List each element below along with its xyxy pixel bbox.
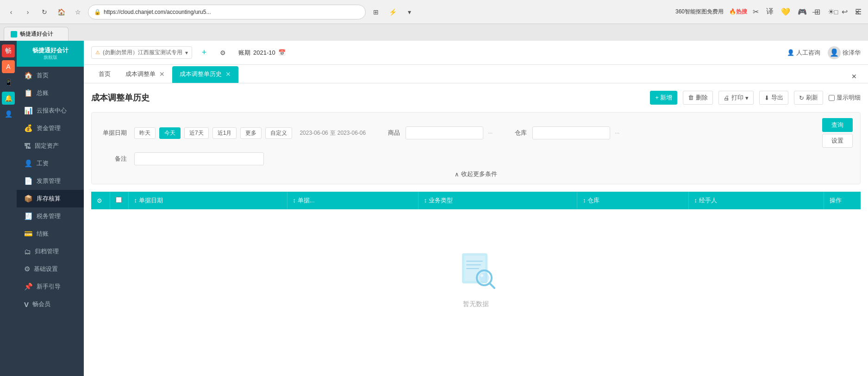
- flash-button[interactable]: ⚡: [386, 6, 399, 19]
- th-warehouse[interactable]: ↕ 仓库: [577, 192, 688, 209]
- date-filter: 昨天 今天 近7天 近1月 更多 自定义 2023-06-06 至 2023-0…: [134, 127, 366, 139]
- sidebar-item-fixed-assets[interactable]: 🏗 固定资产: [17, 137, 84, 155]
- th-checkbox[interactable]: [110, 192, 128, 209]
- filter-settings-btn[interactable]: 设置: [822, 134, 853, 148]
- refresh-button[interactable]: ↻: [38, 6, 51, 19]
- display-cols-checkbox[interactable]: [829, 95, 835, 101]
- browser-chrome: ‹ › ↻ 🏠 ☆ 🔒 https://cloud.chanjet.com/ac…: [0, 0, 868, 24]
- page-tab-home[interactable]: 首页: [91, 66, 118, 83]
- address-bar[interactable]: 🔒 https://cloud.chanjet.com/accounting/u…: [88, 5, 366, 19]
- grid-button[interactable]: ⊞: [369, 6, 382, 19]
- company-selector[interactable]: ⚠ (勿删勿禁用）江西服宝测试专用 ▾: [91, 46, 192, 59]
- th-number[interactable]: ↕ 单据...: [287, 192, 418, 209]
- refresh-btn[interactable]: ↻ 刷新: [794, 91, 823, 105]
- app-container: 畅 A 📱 🔔 👤 畅捷通好会计 旗舰版 🏠 首页 📋 总账 📊 云报表中心: [0, 41, 868, 376]
- sidebar-item-tax[interactable]: 🧾 税务管理: [17, 207, 84, 225]
- dropdown-button[interactable]: ▾: [403, 6, 416, 19]
- main-content: ⚠ (勿删勿禁用）江西服宝测试专用 ▾ + ⚙ 账期 2021-10 📅 👤 人…: [84, 41, 868, 376]
- page-tab-history-label: 成本调整单历史: [180, 70, 222, 78]
- sidebar-item-funds[interactable]: 💰 资金管理: [17, 119, 84, 137]
- sidebar-item-invoices[interactable]: 📄 发票管理: [17, 172, 84, 190]
- note-input[interactable]: [134, 152, 264, 165]
- delete-btn[interactable]: 🗑 删除: [683, 91, 713, 105]
- sidebar-item-settle[interactable]: 💳 结账: [17, 225, 84, 243]
- sidebar-item-guide[interactable]: 📌 新手引导: [17, 278, 84, 295]
- sidebar-item-general-ledger[interactable]: 📋 总账: [17, 84, 84, 102]
- export-btn[interactable]: ⬇ 导出: [759, 91, 788, 105]
- settings-cog-btn[interactable]: ⚙: [216, 46, 229, 59]
- filter-warehouse: 仓库 ···: [515, 126, 619, 139]
- sidebar-item-reports[interactable]: 📊 云报表中心: [17, 102, 84, 119]
- sidebar-item-inventory[interactable]: 📦 库存核算: [17, 190, 84, 207]
- minimize-btn[interactable]: ─: [804, 0, 825, 24]
- back-button[interactable]: ‹: [5, 6, 18, 19]
- tax-icon: 🧾: [24, 212, 33, 220]
- th-handler[interactable]: ↕ 经手人: [688, 192, 824, 209]
- user-info[interactable]: 👤 徐泽华: [828, 46, 861, 59]
- date-btn-today[interactable]: 今天: [159, 127, 181, 139]
- svg-point-6: [479, 273, 489, 283]
- strip-icon-1[interactable]: 📱: [2, 76, 15, 89]
- page-tab-cost-adjust[interactable]: 成本调整单 ✕: [118, 66, 172, 83]
- warehouse-input[interactable]: [532, 126, 610, 139]
- chevron-up-icon: ∧: [455, 171, 459, 178]
- th-date[interactable]: ↕ 单据日期: [128, 192, 287, 209]
- print-btn[interactable]: 🖨 打印 ▾: [718, 91, 754, 105]
- search-text: 360智能抠图免费用: [675, 8, 724, 16]
- tab-label-1: 畅捷通好会计: [20, 30, 53, 38]
- sidebar-item-home[interactable]: 🏠 首页: [17, 67, 84, 84]
- th-biz-type[interactable]: ↕ 业务类型: [418, 192, 577, 209]
- product-input[interactable]: [406, 126, 483, 139]
- url-text: https://cloud.chanjet.com/accounting/uru…: [104, 9, 211, 15]
- new-btn[interactable]: + 新增: [650, 91, 677, 105]
- refresh-label: 刷新: [806, 94, 818, 102]
- strip-icon-logo[interactable]: 畅: [2, 44, 15, 57]
- page-tab-history-close[interactable]: ✕: [225, 70, 231, 78]
- display-cols-label[interactable]: 显示明细: [829, 94, 861, 102]
- date-range: 2023-06-06 至 2023-06-06: [300, 129, 366, 137]
- settle-icon: 💳: [24, 230, 33, 238]
- date-btn-1month[interactable]: 近1月: [212, 127, 237, 139]
- th-settings[interactable]: ⚙: [91, 192, 110, 209]
- bookmark-button[interactable]: ☆: [71, 6, 84, 19]
- collapse-btn[interactable]: ∧ 收起更多条件: [455, 170, 497, 178]
- th-date-label: ↕ 单据日期: [134, 197, 163, 204]
- service-button[interactable]: 👤 人工咨询: [787, 49, 820, 57]
- scissors-btn[interactable]: ✂: [751, 6, 761, 18]
- page-tab-cost-adjust-close[interactable]: ✕: [159, 70, 165, 78]
- calendar-icon[interactable]: 📅: [278, 49, 286, 56]
- strip-icon-3[interactable]: 👤: [2, 107, 15, 120]
- forward-button[interactable]: ›: [21, 6, 34, 19]
- sidebar-item-payroll[interactable]: 👤 工资: [17, 155, 84, 172]
- nav-label-gl: 总账: [37, 89, 49, 97]
- export-label: 导出: [771, 94, 783, 102]
- search-bar: 360智能抠图免费用 🔥热搜: [675, 8, 747, 16]
- strip-icon-2[interactable]: 🔔: [2, 92, 15, 105]
- strip-icon-app[interactable]: A: [2, 60, 15, 73]
- wallet-btn[interactable]: 💛: [779, 6, 792, 18]
- home-button[interactable]: 🏠: [55, 6, 68, 19]
- empty-state: 暂无数据: [91, 209, 861, 345]
- sidebar-item-archive[interactable]: 🗂 归档管理: [17, 243, 84, 260]
- add-company-btn[interactable]: +: [198, 46, 211, 59]
- date-btn-custom[interactable]: 自定义: [265, 127, 292, 139]
- select-all-checkbox[interactable]: [116, 197, 122, 203]
- date-btn-more[interactable]: 更多: [240, 127, 262, 139]
- nav-label-home: 首页: [37, 71, 49, 80]
- date-btn-yesterday[interactable]: 昨天: [134, 127, 156, 139]
- settings-gear-icon: ⚙: [97, 197, 102, 204]
- sidebar-item-member[interactable]: V 畅会员: [17, 295, 84, 313]
- lock-icon: 🔒: [94, 9, 101, 15]
- translate-btn[interactable]: 译: [764, 5, 775, 19]
- sidebar-item-settings[interactable]: ⚙ 基础设置: [17, 260, 84, 278]
- print-dropdown-icon: ▾: [745, 94, 749, 101]
- close-btn[interactable]: ✕: [847, 0, 868, 24]
- page-tab-cost-adjust-history[interactable]: 成本调整单历史 ✕: [172, 66, 238, 83]
- date-btn-7days[interactable]: 近7天: [184, 127, 209, 139]
- warehouse-label: 仓库: [515, 129, 527, 137]
- maximize-btn[interactable]: □: [825, 0, 847, 24]
- browser-tab-1[interactable]: 畅捷通好会计: [4, 27, 69, 41]
- close-all-tabs-btn[interactable]: ✕: [848, 70, 861, 83]
- query-btn[interactable]: 查询: [822, 118, 853, 132]
- display-cols-text: 显示明细: [837, 94, 861, 102]
